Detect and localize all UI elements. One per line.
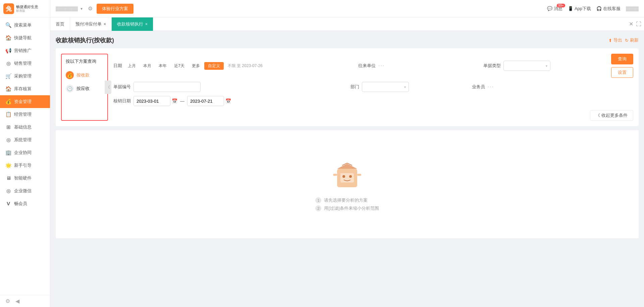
salesperson-field: 业务员 ··· (472, 84, 588, 90)
close-tab-icon[interactable]: ✕ (629, 21, 633, 27)
verify-date-end-wrap: 📅 (187, 96, 231, 106)
sidebar-item-wechat[interactable]: ◎ 企业微信 (0, 185, 50, 197)
sidebar-item-member[interactable]: V 畅会员 (0, 197, 50, 210)
sidebar-item-search[interactable]: 🔍 搜索菜单 (0, 19, 50, 32)
message-button[interactable]: 💬 消息 99+ (547, 6, 562, 12)
tab-collection[interactable]: 收款核销执行 × (112, 17, 153, 31)
date-note: 不限 至 2023-07-26 (228, 63, 263, 69)
verify-date-start-input[interactable] (133, 96, 170, 106)
filter-more-row: 《 收起更多条件 (113, 110, 633, 121)
tab-home-label: 首页 (56, 21, 64, 27)
filter-option-by-receivable[interactable]: 🕒 按应收 (66, 82, 103, 95)
nav-label-purchase: 采购管理 (14, 73, 32, 79)
svg-marker-1 (337, 164, 357, 169)
nav-label-hardware: 智能硬件 (14, 175, 32, 181)
app-download-button[interactable]: 📱 App下载 (568, 6, 591, 12)
member-icon: V (5, 201, 11, 207)
sidebar-item-quick-nav[interactable]: 🏠 快捷导航 (0, 32, 50, 44)
refresh-icon: ↻ (625, 38, 629, 43)
filter-panel-collapse-button[interactable]: 《 (105, 81, 111, 94)
salesperson-select-button[interactable]: ··· (488, 84, 494, 90)
date-last-month-button[interactable]: 上月 (125, 62, 139, 70)
sidebar-collapse-button[interactable]: ◀ (15, 298, 19, 304)
bill-no-input[interactable] (133, 82, 201, 92)
collapse-more-button[interactable]: 《 收起更多条件 (590, 110, 633, 121)
maximize-icon[interactable]: ⛶ (636, 21, 641, 27)
refresh-button[interactable]: ↻ 刷新 (625, 37, 639, 43)
nav-label-wechat: 企业微信 (14, 188, 32, 194)
tab-prepay-close[interactable]: × (104, 22, 106, 27)
dept-field: 部门 ▾ (351, 82, 467, 92)
svg-rect-5 (333, 174, 337, 176)
wechat-icon: ◎ (5, 188, 11, 194)
tab-home[interactable]: 首页 (50, 17, 70, 31)
page-actions: ⬆ 导出 ↻ 刷新 (608, 37, 639, 43)
sidebar-item-purchase[interactable]: 🛒 采购管理 (0, 70, 50, 83)
filter-option-by-receipt[interactable]: 💰 按收款 (66, 68, 103, 82)
verify-date-field: 核销日期 📅 — 📅 (113, 96, 633, 106)
chevron-down-icon: ▾ (404, 85, 406, 89)
header-brand: ▓▓▓▓▓▓▓ ▾ ⚙ (56, 5, 93, 12)
sidebar-item-enterprise[interactable]: 🏢 企业协同 (0, 146, 50, 159)
empty-hint-1-text: 请先选择要分析的方案 (324, 197, 368, 203)
calendar-end-icon[interactable]: 📅 (225, 98, 231, 104)
filter-option-receivable-label: 按应收 (76, 86, 90, 92)
sidebar-nav: 🔍 搜索菜单 🏠 快捷导航 📢 营销推广 ◎ 销售管理 🛒 采购管理 🏠 库存核… (0, 17, 50, 295)
system-icon: ◎ (5, 137, 11, 143)
calendar-start-icon[interactable]: 📅 (172, 98, 177, 104)
sidebar-item-guide[interactable]: 🌟 新手引导 (0, 159, 50, 172)
sidebar-item-basic-info[interactable]: ⊞ 基础信息 (0, 121, 50, 134)
receivable-icon: 🕒 (66, 85, 74, 93)
message-icon: 💬 (547, 6, 552, 11)
hardware-icon: 🖥 (5, 175, 11, 181)
tab-bar: 首页 预付冲应付单 × 收款核销执行 × ✕ ⛶ (50, 17, 644, 31)
nav-label-quick-nav: 快捷导航 (14, 35, 32, 41)
date-this-month-button[interactable]: 本月 (140, 62, 154, 70)
filter-options-panel: 按以下方案查询 💰 按收款 🕒 按应收 《 (61, 54, 108, 121)
empty-hint-1: 1 请先选择要分析的方案 (315, 197, 379, 203)
header-right: 💬 消息 99+ 📱 App下载 🎧 在线客服 ▓▓▓▓ (547, 6, 639, 12)
tab-prepay[interactable]: 预付冲应付单 × (70, 17, 112, 31)
filter-panel: 按以下方案查询 💰 按收款 🕒 按应收 《 日期 上月 (56, 48, 639, 126)
sidebar-bottom: ⚙ ◀ (0, 295, 50, 307)
settings-bottom-icon[interactable]: ⚙ (5, 298, 10, 304)
svg-point-4 (349, 175, 352, 178)
date-custom-button[interactable]: 自定义 (204, 62, 224, 70)
dept-select[interactable]: ▾ (362, 82, 409, 92)
sidebar-item-hardware[interactable]: 🖥 智能硬件 (0, 172, 50, 185)
export-button[interactable]: ⬆ 导出 (608, 37, 622, 43)
inventory-icon: 🏠 (5, 86, 11, 92)
verify-date-start-wrap: 📅 (133, 96, 177, 106)
sidebar-item-sales[interactable]: ◎ 销售管理 (0, 57, 50, 70)
sidebar-item-marketing[interactable]: 📢 营销推广 (0, 44, 50, 57)
sidebar-item-finance[interactable]: 💰 资金管理 (0, 95, 50, 108)
headset-icon: 🎧 (596, 6, 602, 11)
sidebar-item-operations[interactable]: 📋 经营管理 (0, 108, 50, 121)
home-icon: 🏠 (5, 35, 11, 41)
logo-name: 畅捷通好生意 (16, 4, 38, 9)
solution-button[interactable]: 体验行业方案 (97, 4, 133, 14)
bill-type-select[interactable]: ▾ (503, 61, 550, 71)
verify-date-end-input[interactable] (187, 96, 224, 106)
counterparty-select-button[interactable]: ··· (378, 63, 385, 69)
purchase-icon: 🛒 (5, 73, 11, 79)
app-label: App下载 (575, 6, 591, 12)
chevron-down-icon[interactable]: ▾ (80, 6, 83, 11)
sidebar-item-system[interactable]: ◎ 系统管理 (0, 134, 50, 146)
date-7days-button[interactable]: 近7天 (171, 62, 187, 70)
user-name: ▓▓▓▓ (626, 6, 639, 11)
gear-icon[interactable]: ⚙ (88, 5, 93, 12)
main-content: 收款核销执行(按收款) ⬆ 导出 ↻ 刷新 按以下方案查询 💰 按收款 🕒 按应… (50, 31, 644, 307)
settings-button[interactable]: 设置 (611, 67, 633, 78)
header: ▓▓▓▓▓▓▓ ▾ ⚙ 体验行业方案 💬 消息 99+ 📱 App下载 🎧 在线… (50, 0, 644, 17)
date-this-year-button[interactable]: 本年 (156, 62, 170, 70)
tab-collection-close[interactable]: × (145, 22, 148, 27)
query-button[interactable]: 查询 (611, 54, 633, 64)
hint-number-2: 2 (315, 205, 321, 211)
date-more-button[interactable]: 更多 (189, 62, 203, 70)
sidebar-item-inventory[interactable]: 🏠 库存核算 (0, 83, 50, 95)
online-service-button[interactable]: 🎧 在线客服 (596, 6, 621, 12)
logo-text: 畅捷通好生意 标准版 (16, 4, 38, 13)
export-icon: ⬆ (608, 38, 612, 43)
bill-no-field: 单据编号 (113, 82, 345, 92)
